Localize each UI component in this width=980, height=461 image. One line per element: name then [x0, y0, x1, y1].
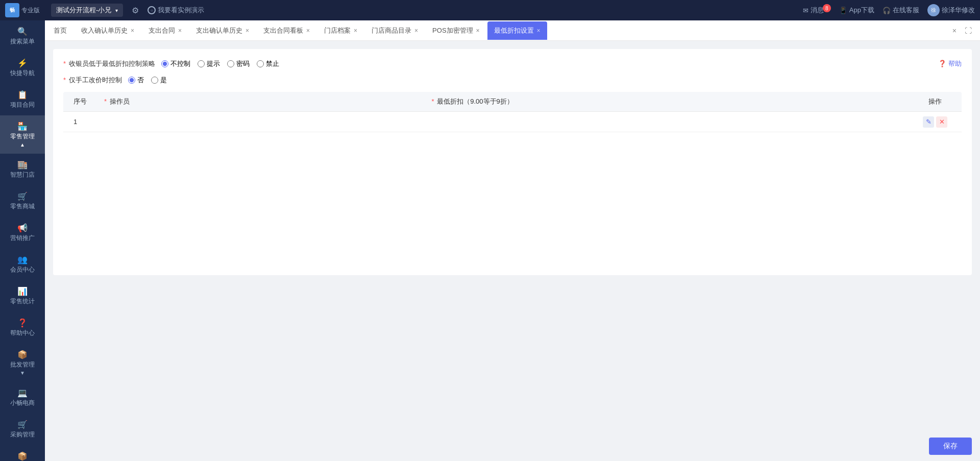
close-icon[interactable]: ×	[131, 27, 134, 34]
close-icon[interactable]: ×	[178, 27, 182, 34]
table-row: 1 ✎ ✕	[63, 112, 962, 132]
message-icon: ✉	[803, 7, 808, 14]
manual-price-options: 否 是	[128, 76, 167, 85]
radio-no-control[interactable]	[161, 60, 168, 67]
close-tab-button[interactable]: ×	[949, 26, 960, 36]
option-yes[interactable]: 是	[151, 76, 167, 85]
operator-col-label: 操作员	[110, 98, 130, 105]
col-header-action: 操作	[915, 92, 955, 111]
radio-forbid[interactable]	[257, 60, 264, 67]
tab-store-products[interactable]: 门店商品目录 ×	[365, 21, 425, 40]
expand-icon: ▲	[20, 142, 25, 148]
discount-table: 序号 * 操作员 * 最低折扣（9.00等于9折） 操作 1	[63, 92, 962, 265]
tab-payment-board[interactable]: 支出合同看板 ×	[257, 21, 316, 40]
delete-row-button[interactable]: ✕	[936, 116, 947, 128]
user-name: 徐泽华修改	[942, 6, 975, 15]
sidebar-label-mall: 零售商城	[10, 202, 35, 211]
edit-row-button[interactable]: ✎	[923, 116, 934, 128]
retail-icon: 🏪	[17, 122, 28, 131]
message-badge: 8	[823, 4, 831, 12]
no-label: 否	[137, 76, 144, 85]
col-header-seq: 序号	[69, 92, 100, 111]
sidebar-item-retail-mall[interactable]: 🛒 零售商城	[0, 185, 45, 217]
close-icon[interactable]: ×	[414, 27, 418, 34]
settings-panel: * 收银员低于最低折扣控制策略 不控制 提示	[53, 49, 972, 275]
tab-store-products-label: 门店商品目录	[372, 26, 411, 35]
tab-payment-confirm[interactable]: 支出确认单历史 ×	[189, 21, 256, 40]
sidebar-label-retail: 零售管理	[10, 132, 35, 141]
radio-prompt[interactable]	[198, 60, 205, 67]
close-icon[interactable]: ×	[354, 27, 357, 34]
tab-min-discount[interactable]: 最低折扣设置 ×	[487, 21, 547, 40]
row-discount	[428, 118, 915, 126]
tab-bar: 首页 收入确认单历史 × 支出合同 × 支出确认单历史 × 支出合同看板 × 门…	[45, 20, 980, 41]
tab-store-file[interactable]: 门店档案 ×	[317, 21, 364, 40]
sidebar-label-wholesale: 批发管理	[10, 360, 35, 369]
option-no[interactable]: 否	[128, 76, 144, 85]
sidebar: 🔍 搜索菜单 ⚡ 快捷导航 📋 项目合同 🏪 零售管理 ▲ 🏬 智慧门店 🛒 零…	[0, 20, 45, 461]
tab-payment-label: 支出合同	[149, 26, 175, 35]
row-operator	[100, 118, 428, 126]
required-star-2: *	[63, 76, 66, 84]
avatar: 徐	[927, 4, 940, 16]
inventory-icon: 📦	[17, 451, 28, 461]
tab-home[interactable]: 首页	[47, 21, 74, 40]
online-support-button[interactable]: 🎧 在线客服	[883, 6, 919, 15]
help-icon: ❓	[17, 318, 28, 328]
sidebar-item-retail-stats[interactable]: 📊 零售统计	[0, 280, 45, 312]
sidebar-item-smart-store[interactable]: 🏬 智慧门店	[0, 154, 45, 185]
option-prompt[interactable]: 提示	[198, 59, 220, 68]
option-forbid[interactable]: 禁止	[257, 59, 279, 68]
tab-pos-label: POS加密管理	[432, 26, 473, 35]
sidebar-item-member[interactable]: 👥 会员中心	[0, 249, 45, 280]
sidebar-item-help[interactable]: ❓ 帮助中心	[0, 312, 45, 344]
contract-icon: 📋	[17, 90, 28, 100]
sidebar-item-marketing[interactable]: 📢 营销推广	[0, 217, 45, 249]
tab-bar-actions: × ⛶	[946, 26, 978, 36]
tab-pay-board-label: 支出合同看板	[263, 26, 303, 35]
tab-income-label: 收入确认单历史	[81, 26, 128, 35]
close-icon[interactable]: ×	[246, 27, 249, 34]
sidebar-item-ecommerce[interactable]: 💻 小畅电商	[0, 382, 45, 414]
tab-payment-contract[interactable]: 支出合同 ×	[142, 21, 188, 40]
option-password[interactable]: 密码	[227, 59, 250, 68]
app-download-label: App下载	[849, 6, 874, 15]
save-button[interactable]: 保存	[929, 438, 972, 455]
top-bar: 畅 专业版 测试分开流程-小兄 ▾ ⚙ ○ 我要看实例演示 ✉ 消息 8 📱 A…	[0, 0, 980, 20]
table-body: 1 ✎ ✕	[63, 112, 962, 265]
row-seq: 1	[69, 114, 100, 130]
wholesale-icon: 📦	[17, 350, 28, 359]
close-icon[interactable]: ×	[306, 27, 310, 34]
radio-password[interactable]	[227, 60, 234, 67]
shortcut-icon: ⚡	[17, 58, 28, 68]
radio-yes[interactable]	[151, 77, 158, 84]
radio-no[interactable]	[128, 77, 135, 84]
row-actions: ✎ ✕	[915, 112, 955, 132]
messages-button[interactable]: ✉ 消息 8	[803, 6, 831, 15]
project-selector[interactable]: 测试分开流程-小兄 ▾	[51, 4, 123, 17]
sidebar-item-wholesale[interactable]: 📦 批发管理 ▼	[0, 344, 45, 382]
user-menu[interactable]: 徐 徐泽华修改	[927, 4, 975, 16]
close-icon[interactable]: ×	[537, 27, 541, 34]
help-link[interactable]: ❓ 帮助	[938, 59, 962, 68]
sidebar-item-purchase[interactable]: 🛒 采购管理	[0, 414, 45, 445]
option-no-control[interactable]: 不控制	[161, 59, 190, 68]
sidebar-item-project-contract[interactable]: 📋 项目合同	[0, 84, 45, 115]
sidebar-item-inventory[interactable]: 📦 库存核算	[0, 445, 45, 461]
tab-income-confirm[interactable]: 收入确认单历史 ×	[75, 21, 141, 40]
tab-store-file-label: 门店档案	[324, 26, 351, 35]
tab-pay-confirm-label: 支出确认单历史	[196, 26, 242, 35]
sidebar-item-shortcut[interactable]: ⚡ 快捷导航	[0, 52, 45, 84]
app-download-button[interactable]: 📱 App下载	[839, 6, 874, 15]
close-icon[interactable]: ×	[476, 27, 480, 34]
sidebar-item-retail-mgmt[interactable]: 🏪 零售管理 ▲	[0, 115, 45, 154]
sidebar-item-search[interactable]: 🔍 搜索菜单	[0, 20, 45, 52]
restore-tab-button[interactable]: ⛶	[962, 26, 975, 36]
tab-pos-password[interactable]: POS加密管理 ×	[426, 21, 486, 40]
stats-icon: 📊	[17, 286, 28, 296]
sidebar-label-stats: 零售统计	[10, 297, 35, 306]
discount-control-row: * 收银员低于最低折扣控制策略 不控制 提示	[63, 59, 962, 68]
page-content: * 收银员低于最低折扣控制策略 不控制 提示	[45, 41, 980, 431]
settings-icon[interactable]: ⚙	[128, 3, 142, 17]
demo-link[interactable]: ○ 我要看实例演示	[148, 6, 204, 15]
